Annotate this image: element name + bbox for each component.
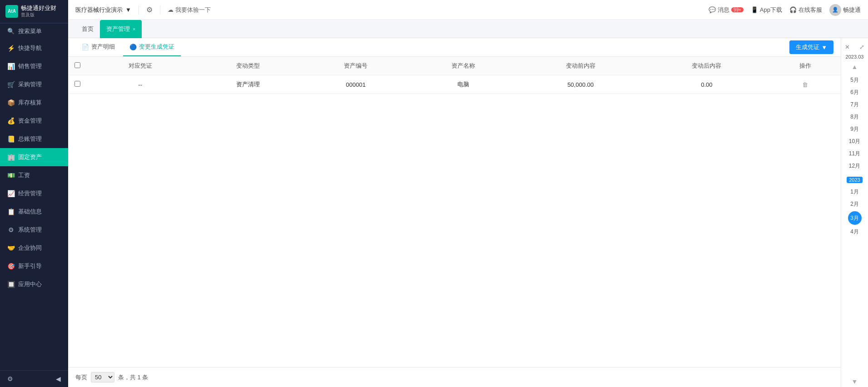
delete-icon[interactable]: 🗑 xyxy=(802,81,808,88)
customer-service-button[interactable]: 🎧 在线客服 xyxy=(789,6,822,14)
message-badge: 99+ xyxy=(731,7,744,12)
page-size-select[interactable]: 10 20 50 100 xyxy=(91,372,114,382)
basic-info-icon: 📋 xyxy=(7,208,15,215)
table-wrapper: 对应凭证 变动类型 资产编号 资产名称 变动前内容 变动后内容 操作 xyxy=(68,57,841,367)
sidebar-item-quick-nav[interactable]: ⚡ 快捷导航 xyxy=(0,39,68,57)
page-content: 📄 资产明细 🔵 变更生成凭证 生成凭证 ▼ xyxy=(68,38,868,387)
sidebar-bottom: ⚙ ◀ xyxy=(0,370,68,387)
month-2023-2[interactable]: 2月 xyxy=(841,198,868,210)
operations-icon: 📈 xyxy=(7,190,15,197)
topbar-divider-1 xyxy=(139,5,139,15)
tab-asset-management[interactable]: 资产管理 × xyxy=(100,20,142,38)
content-area: 📄 资产明细 🔵 变更生成凭证 生成凭证 ▼ xyxy=(68,38,841,387)
panel-expand-button[interactable]: ⤢ xyxy=(859,44,864,50)
sidebar-item-sales[interactable]: 📊 销售管理 xyxy=(0,57,68,75)
change-voucher-icon: 🔵 xyxy=(129,44,137,50)
tab-home[interactable]: 首页 xyxy=(75,20,100,38)
subtab-asset-detail[interactable]: 📄 资产明细 xyxy=(75,38,121,56)
sidebar-item-purchase[interactable]: 🛒 采购管理 xyxy=(0,75,68,94)
per-page-label: 每页 xyxy=(75,373,87,382)
header-asset-code: 资产编号 xyxy=(302,57,410,75)
month-8[interactable]: 8月 xyxy=(841,111,868,123)
month-2023-4[interactable]: 4月 xyxy=(841,226,868,238)
tab-close-icon[interactable]: × xyxy=(133,26,135,32)
app-logo-text: 畅捷通好业财 普及版 xyxy=(21,5,56,18)
main-content: 医疗器械行业演示 ▼ ⚙ ☁ 我要体验一下 💬 消息 99+ 📱 App下载 🎧… xyxy=(68,0,868,387)
month-6[interactable]: 6月 xyxy=(841,86,868,99)
sidebar-item-guide[interactable]: 🎯 新手引导 xyxy=(0,257,68,275)
funds-icon: 💰 xyxy=(7,117,15,124)
sidebar-item-basic-info[interactable]: 📋 基础信息 xyxy=(0,203,68,221)
company-dropdown-icon: ▼ xyxy=(125,6,131,13)
sidebar-search[interactable]: 🔍 搜索菜单 xyxy=(0,23,68,39)
month-2023-3[interactable]: 3月 xyxy=(848,211,862,225)
year-2023-section: 2023 1月 2月 3月 4月 xyxy=(841,174,868,238)
month-11[interactable]: 11月 xyxy=(841,148,868,160)
fixed-assets-icon: 🏢 xyxy=(7,154,15,161)
table-header-row: 对应凭证 变动类型 资产编号 资产名称 变动前内容 变动后内容 操作 xyxy=(68,57,841,75)
year-2023-badge: 2023 xyxy=(847,177,862,183)
header-change-type: 变动类型 xyxy=(194,57,302,75)
settings-icon[interactable]: ⚙ xyxy=(7,375,13,382)
message-button[interactable]: 💬 消息 99+ xyxy=(709,6,744,14)
header-voucher: 对应凭证 xyxy=(86,57,194,75)
sidebar-item-funds[interactable]: 💰 资金管理 xyxy=(0,112,68,130)
month-12[interactable]: 12月 xyxy=(841,160,868,172)
panel-close-button[interactable]: ✕ xyxy=(845,44,850,50)
row-asset-name: 电脑 xyxy=(410,75,517,94)
topbar-settings-icon[interactable]: ⚙ xyxy=(146,5,153,14)
generate-dropdown-icon: ▼ xyxy=(821,44,827,51)
sidebar-item-ledger[interactable]: 📒 总账管理 xyxy=(0,130,68,148)
table-footer: 每页 10 20 50 100 条，共 1 条 xyxy=(68,367,841,387)
sidebar-item-inventory[interactable]: 📦 库存核算 xyxy=(0,94,68,112)
app-download-button[interactable]: 📱 App下载 xyxy=(751,6,782,14)
sidebar-nav: ⚡ 快捷导航 📊 销售管理 🛒 采购管理 📦 库存核算 💰 资金管理 📒 总账管… xyxy=(0,39,68,370)
month-10[interactable]: 10月 xyxy=(841,135,868,148)
sidebar-item-payroll[interactable]: 💵 工资 xyxy=(0,166,68,184)
month-2023-1[interactable]: 1月 xyxy=(841,186,868,198)
panel-nav-down-button[interactable]: ▼ xyxy=(841,376,868,387)
sidebar-logo: AtA 畅捷通好业财 普及版 xyxy=(0,0,68,23)
inventory-icon: 📦 xyxy=(7,99,15,106)
subtab-change-voucher[interactable]: 🔵 变更生成凭证 xyxy=(123,38,181,56)
user-profile[interactable]: 👤 畅捷通 xyxy=(829,4,861,16)
guide-icon: 🎯 xyxy=(7,263,15,270)
avatar: 👤 xyxy=(829,4,841,16)
year-timeline: 5月 6月 7月 8月 9月 10月 11月 12月 2023 1月 2月 3月 xyxy=(841,72,868,376)
trial-icon: ☁ xyxy=(168,6,174,13)
download-icon: 📱 xyxy=(751,6,758,13)
row-asset-code: 000001 xyxy=(302,75,410,94)
row-checkbox[interactable] xyxy=(74,81,80,87)
cooperation-icon: 🤝 xyxy=(7,244,15,252)
trial-button[interactable]: ☁ 我要体验一下 xyxy=(168,6,211,14)
collapse-icon[interactable]: ◀ xyxy=(56,375,61,382)
header-operation: 操作 xyxy=(770,57,841,75)
generate-voucher-button[interactable]: 生成凭证 ▼ xyxy=(789,40,833,54)
sidebar-item-app-center[interactable]: 🔲 应用中心 xyxy=(0,275,68,293)
sidebar-item-operations[interactable]: 📈 经营管理 xyxy=(0,184,68,203)
row-change-type: 资产清理 xyxy=(194,75,302,94)
row-voucher: -- xyxy=(86,75,194,94)
month-5[interactable]: 5月 xyxy=(841,74,868,86)
sidebar: AtA 畅捷通好业财 普及版 🔍 搜索菜单 ⚡ 快捷导航 📊 销售管理 🛒 采购… xyxy=(0,0,68,387)
app-center-icon: 🔲 xyxy=(7,281,15,288)
select-all-checkbox[interactable] xyxy=(74,62,80,68)
sidebar-item-cooperation[interactable]: 🤝 企业协同 xyxy=(0,239,68,257)
panel-nav-up-button[interactable]: ▲ xyxy=(841,61,868,72)
company-selector[interactable]: 医疗器械行业演示 ▼ xyxy=(75,6,131,14)
quick-nav-icon: ⚡ xyxy=(7,45,15,52)
subtab-bar: 📄 资产明细 🔵 变更生成凭证 生成凭证 ▼ xyxy=(68,38,841,57)
topbar-divider-2 xyxy=(160,5,160,15)
row-after-change: 0.00 xyxy=(644,75,770,94)
prev-year-section: 5月 6月 7月 8月 9月 10月 11月 12月 xyxy=(841,74,868,172)
month-7[interactable]: 7月 xyxy=(841,99,868,111)
search-icon: 🔍 xyxy=(7,28,15,35)
sidebar-item-system[interactable]: ⚙ 系统管理 xyxy=(0,221,68,239)
sidebar-item-fixed-assets[interactable]: 🏢 固定资产 xyxy=(0,148,68,166)
header-after-change: 变动后内容 xyxy=(644,57,770,75)
ledger-icon: 📒 xyxy=(7,135,15,143)
message-icon: 💬 xyxy=(709,6,716,13)
row-before-change: 50,000.00 xyxy=(517,75,644,94)
panel-current-period: 2023.03 xyxy=(843,52,867,61)
month-9[interactable]: 9月 xyxy=(841,123,868,135)
